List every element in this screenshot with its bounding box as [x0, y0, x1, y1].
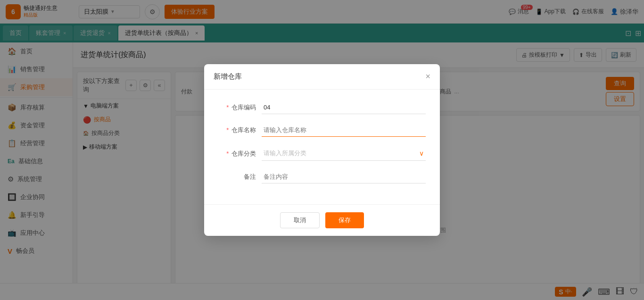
warehouse-code-label: * 仓库编码 — [218, 103, 256, 112]
warehouse-name-row: * 仓库名称 — [218, 124, 426, 137]
warehouse-name-input[interactable] — [262, 124, 426, 137]
required-star-2: * — [226, 126, 229, 133]
modal-footer: 取消 保存 — [204, 204, 440, 236]
new-warehouse-modal: 新增仓库 × * 仓库编码 * 仓库名称 * 仓库分类 请输入 — [204, 64, 440, 236]
warehouse-name-label: * 仓库名称 — [218, 126, 256, 134]
warehouse-notes-label: 备注 — [218, 173, 256, 181]
save-button[interactable]: 保存 — [325, 212, 364, 228]
modal-body: * 仓库编码 * 仓库名称 * 仓库分类 请输入所属分类 ∨ — [204, 90, 440, 204]
category-arrow-icon: ∨ — [419, 150, 424, 157]
warehouse-code-input[interactable] — [262, 101, 426, 114]
warehouse-category-select[interactable]: 请输入所属分类 ∨ — [262, 146, 426, 161]
modal-title: 新增仓库 — [214, 72, 242, 81]
warehouse-notes-row: 备注 — [218, 170, 426, 183]
modal-close-button[interactable]: × — [425, 72, 430, 82]
cancel-button[interactable]: 取消 — [280, 212, 320, 228]
modal-header: 新增仓库 × — [204, 64, 440, 90]
required-star-3: * — [226, 150, 229, 157]
category-placeholder: 请输入所属分类 — [264, 149, 306, 158]
warehouse-category-label: * 仓库分类 — [218, 150, 256, 158]
required-star-1: * — [226, 104, 229, 111]
warehouse-code-row: * 仓库编码 — [218, 101, 426, 114]
warehouse-notes-input[interactable] — [262, 170, 426, 183]
warehouse-category-row: * 仓库分类 请输入所属分类 ∨ — [218, 146, 426, 161]
